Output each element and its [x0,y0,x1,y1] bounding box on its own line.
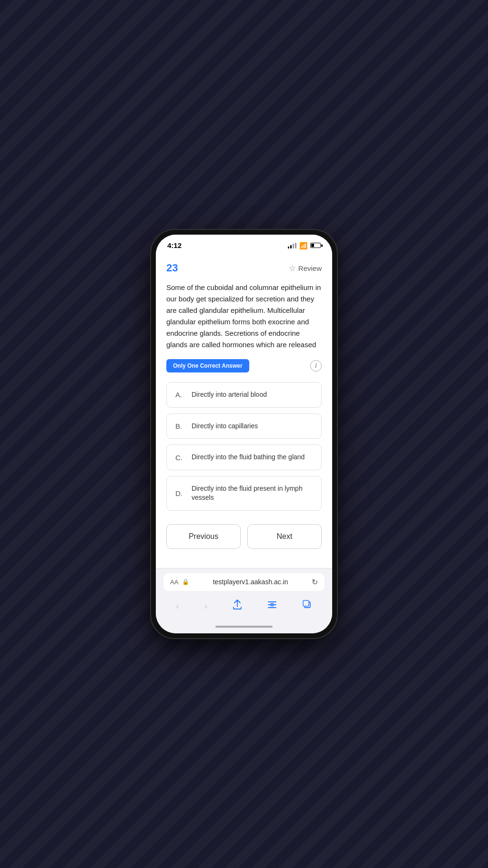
home-bar [215,626,273,628]
option-c-text: Directly into the fluid bathing the glan… [192,453,305,462]
option-c-letter: C. [175,454,185,462]
share-icon [233,599,242,612]
question-text: Some of the cuboidal and columnar epithe… [166,282,322,351]
answer-type-badge: Only One Correct Answer [166,359,249,372]
svg-rect-2 [303,600,309,606]
review-label: Review [298,264,322,272]
phone-screen: 4:12 📶 23 ☆ Review [156,235,332,633]
nav-buttons: Previous Next [166,524,322,549]
previous-button[interactable]: Previous [166,524,241,549]
option-c[interactable]: C. Directly into the fluid bathing the g… [166,444,322,470]
bookmarks-button[interactable] [263,598,281,614]
home-indicator [156,622,332,633]
back-button[interactable]: ‹ [172,599,183,613]
option-d-letter: D. [175,489,185,497]
info-label: i [315,362,317,370]
battery-icon [310,243,321,248]
option-b[interactable]: B. Directly into capillaries [166,413,322,439]
share-button[interactable] [229,598,246,614]
bookmarks-icon [267,600,277,612]
info-icon[interactable]: i [310,360,322,372]
option-b-text: Directly into capillaries [192,422,258,431]
question-number: 23 [166,262,178,274]
phone-device: 4:12 📶 23 ☆ Review [151,230,337,638]
wifi-icon: 📶 [299,242,307,249]
browser-actions: ‹ › [163,596,325,617]
option-a-letter: A. [175,391,185,399]
option-b-letter: B. [175,422,185,430]
font-size-control[interactable]: AA [170,579,178,586]
back-icon: ‹ [176,600,179,611]
answer-type-row: Only One Correct Answer i [166,359,322,372]
options-list: A. Directly into arterial blood B. Direc… [166,382,322,511]
star-icon: ☆ [289,263,296,273]
status-time: 4:12 [167,241,182,249]
next-button[interactable]: Next [247,524,322,549]
option-d[interactable]: D. Directly into the fluid present in ly… [166,476,322,511]
question-header: 23 ☆ Review [166,262,322,274]
forward-icon: › [204,600,207,611]
tabs-icon [303,600,312,612]
option-a-text: Directly into arterial blood [192,390,267,400]
url-bar: AA 🔒 testplayerv1.aakash.ac.in ↻ [163,573,325,591]
option-d-text: Directly into the fluid present in lymph… [192,484,313,503]
lock-icon: 🔒 [182,579,189,585]
refresh-button[interactable]: ↻ [312,578,318,587]
forward-button[interactable]: › [200,599,211,613]
browser-bar: AA 🔒 testplayerv1.aakash.ac.in ↻ ‹ › [156,568,332,622]
main-content: 23 ☆ Review Some of the cuboidal and col… [156,252,332,568]
status-bar: 4:12 📶 [156,235,332,252]
status-icons: 📶 [288,242,321,249]
url-text[interactable]: testplayerv1.aakash.ac.in [193,578,308,586]
tabs-button[interactable] [299,598,316,614]
review-button[interactable]: ☆ Review [289,263,322,273]
signal-icon [288,243,296,248]
option-a[interactable]: A. Directly into arterial blood [166,382,322,408]
